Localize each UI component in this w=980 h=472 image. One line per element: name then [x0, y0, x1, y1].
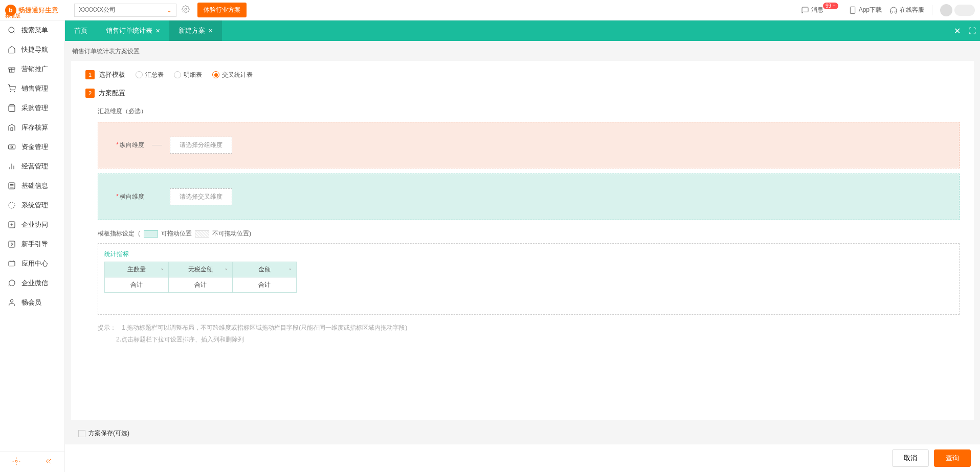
sidebar-item-inventory[interactable]: 库存核算 [0, 118, 64, 137]
breadcrumb: 销售订单统计表方案设置 [71, 47, 974, 56]
radio-cross[interactable]: 交叉统计表 [212, 71, 253, 79]
experience-button[interactable]: 体验行业方案 [197, 3, 247, 17]
sidebar-item-search[interactable]: 搜索菜单 [0, 20, 64, 40]
svg-rect-25 [9, 261, 15, 266]
fullscreen-icon [968, 27, 976, 35]
sidebar-footer [0, 452, 64, 472]
chevron-down-icon[interactable]: ⌄ [288, 265, 292, 271]
messages-link[interactable]: 消息 99 + [801, 6, 841, 14]
header-right: 消息 99 + App下载 在线客服 [801, 4, 975, 16]
warehouse-icon [7, 123, 16, 132]
vertical-dimension-box: *纵向维度 请选择分组维度 [98, 122, 960, 168]
wechat-icon [7, 278, 16, 288]
sidebar-item-label: 资金管理 [21, 142, 48, 152]
legend-nodrag-label: 不可拖动位置) [212, 229, 251, 238]
collab-icon [7, 220, 16, 229]
sidebar-item-label: 企业微信 [21, 278, 48, 288]
chevron-down-icon[interactable]: ⌄ [224, 265, 228, 271]
tab-label: 新建方案 [179, 26, 205, 35]
tab-label: 销售订单统计表 [106, 26, 152, 35]
col-header-amount[interactable]: 金额⌄ [233, 262, 297, 277]
app-download-link[interactable]: App下载 [849, 6, 882, 14]
table-total-row: 合计 合计 合计 [105, 277, 297, 293]
sidebar-item-wechat[interactable]: 企业微信 [0, 273, 64, 293]
radio-icon [174, 71, 181, 78]
guide-icon [7, 240, 16, 249]
total-cell: 合计 [233, 277, 297, 293]
settings-button[interactable] [0, 452, 32, 472]
legend-draggable-icon [144, 230, 158, 238]
sidebar-item-label: 库存核算 [21, 123, 48, 132]
close-all-button[interactable]: ✕ [949, 20, 965, 41]
sidebar-item-business[interactable]: 经营管理 [0, 157, 64, 176]
svg-rect-11 [11, 128, 13, 131]
field-label: *纵向维度 [116, 141, 144, 149]
svg-point-28 [10, 299, 13, 302]
sidebar-item-system[interactable]: 系统管理 [0, 196, 64, 215]
gear-icon[interactable] [182, 5, 190, 15]
sidebar-item-marketing[interactable]: 营销推广 [0, 59, 64, 79]
close-icon[interactable]: ✕ [155, 28, 160, 34]
sidebar-item-label: 应用中心 [21, 259, 48, 268]
sidebar-item-finance[interactable]: 资金管理 [0, 137, 64, 157]
query-button[interactable]: 查询 [934, 449, 971, 467]
tips-label: 提示： [98, 324, 116, 331]
total-cell: 合计 [105, 277, 169, 293]
sidebar-item-collab[interactable]: 企业协同 [0, 215, 64, 234]
svg-rect-12 [8, 145, 15, 149]
chevron-down-icon[interactable]: ⌄ [160, 265, 164, 271]
settings-icon [7, 201, 16, 210]
svg-point-0 [185, 8, 187, 10]
sidebar-item-guide[interactable]: 新手引导 [0, 234, 64, 254]
sidebar-item-member[interactable]: 畅会员 [0, 293, 64, 312]
sidebar-item-label: 搜索菜单 [21, 26, 48, 35]
cart-icon [7, 84, 16, 93]
svg-rect-1 [850, 7, 855, 13]
col-header-notax[interactable]: 无税金额⌄ [169, 262, 233, 277]
radio-summary[interactable]: 汇总表 [136, 71, 164, 79]
horizontal-dimension-box: *横向维度 请选择交叉维度 [98, 174, 960, 220]
svg-point-21 [9, 202, 15, 208]
tabs-actions: ✕ [949, 20, 980, 41]
sidebar-item-basic[interactable]: 基础信息 [0, 176, 64, 196]
tips: 提示： 1.拖动标题栏可以调整布局，不可跨维度或指标区域拖动栏目字段(只能在同一… [98, 322, 960, 346]
content: 销售订单统计表方案设置 1 选择模板 汇总表 明细表 交叉统计表 2 [65, 41, 980, 444]
tab-sales-stats[interactable]: 销售订单统计表✕ [97, 20, 169, 41]
radio-detail[interactable]: 明细表 [174, 71, 202, 79]
gift-icon [7, 65, 16, 74]
legend-label: 模板指标设定（ [98, 229, 141, 238]
sidebar-item-sales[interactable]: 销售管理 [0, 79, 64, 98]
cancel-button[interactable]: 取消 [892, 449, 929, 467]
chevron-down-icon: ⌄ [167, 7, 172, 14]
sidebar-item-label: 企业协同 [21, 220, 48, 229]
sidebar-item-purchase[interactable]: 采购管理 [0, 98, 64, 118]
close-icon[interactable]: ✕ [208, 28, 213, 34]
home-icon [7, 45, 16, 54]
sidebar-item-quicknav[interactable]: 快捷导航 [0, 40, 64, 59]
step-label: 方案配置 [99, 89, 125, 98]
company-select[interactable]: XXXXXX公司 ⌄ [74, 4, 176, 17]
svg-point-13 [11, 146, 13, 148]
tab-new-plan[interactable]: 新建方案✕ [169, 20, 222, 41]
msg-badge: 99 + [823, 3, 838, 9]
col-header-qty[interactable]: 主数量⌄ [105, 262, 169, 277]
customer-service-link[interactable]: 在线客服 [889, 6, 924, 14]
tab-home[interactable]: 首页 [65, 20, 97, 41]
tip-line-2: 2.点击标题栏下拉可设置排序、插入列和删除列 [116, 334, 244, 346]
collapse-button[interactable] [32, 452, 64, 472]
bag-icon [7, 103, 16, 113]
field-label: *横向维度 [116, 192, 144, 201]
radio-icon [136, 71, 143, 78]
svg-rect-23 [9, 241, 15, 247]
horizontal-dimension-picker[interactable]: 请选择交叉维度 [170, 188, 232, 205]
table-header-row: 主数量⌄ 无税金额⌄ 金额⌄ [105, 262, 297, 277]
cs-label: 在线客服 [900, 6, 924, 14]
sidebar-item-label: 销售管理 [21, 84, 48, 93]
list-icon [7, 181, 16, 190]
fullscreen-button[interactable] [965, 20, 980, 41]
vertical-dimension-picker[interactable]: 请选择分组维度 [170, 137, 232, 154]
save-checkbox[interactable] [78, 430, 85, 437]
sidebar-item-apps[interactable]: 应用中心 [0, 254, 64, 273]
indicator-legend: 模板指标设定（ 可拖动位置 不可拖动位置) [98, 229, 960, 238]
user-menu[interactable] [940, 4, 975, 16]
